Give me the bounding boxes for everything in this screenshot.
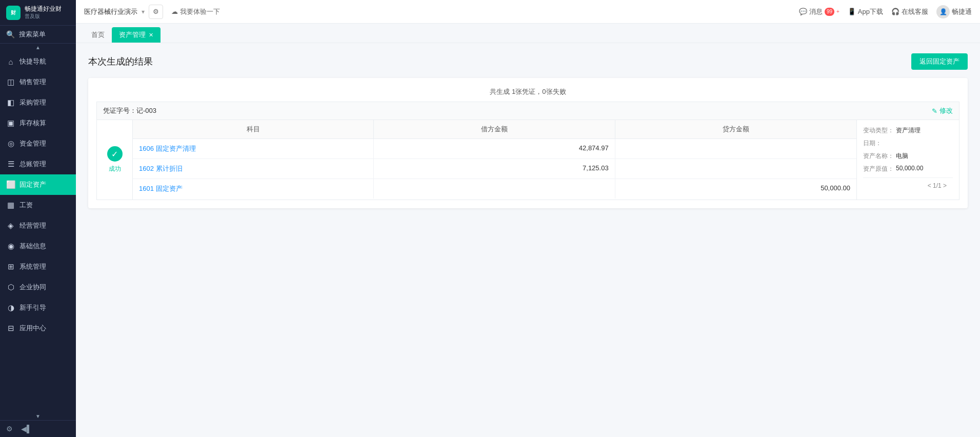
company-name: 医疗器械行业演示 — [84, 7, 137, 16]
sales-icon: ◫ — [6, 77, 15, 87]
cloud-icon: ☁ — [171, 8, 178, 15]
settings-bottom-icon[interactable]: ⚙ — [6, 425, 13, 433]
scroll-up-indicator: ▲ — [0, 44, 76, 51]
company-dropdown-icon[interactable]: ▾ — [142, 8, 145, 15]
ledger-icon: ☰ — [6, 160, 15, 169]
topbar: 医疗器械行业演示 ▾ ⚙ ☁ 我要体验一下 💬 消息 99 + 📱 App下载 — [76, 0, 980, 24]
tab-home[interactable]: 首页 — [84, 27, 112, 43]
avatar-icon: 👤 — [939, 8, 947, 15]
asset-name-value: 电脑 — [896, 152, 908, 161]
basic-info-icon: ◉ — [6, 242, 15, 251]
table-row: 1601 固定资产 50,000.00 — [133, 179, 856, 198]
main-area: 医疗器械行业演示 ▾ ⚙ ☁ 我要体验一下 💬 消息 99 + 📱 App下载 — [76, 0, 980, 437]
funds-icon: ◎ — [6, 139, 15, 148]
edit-icon: ✎ — [932, 107, 937, 115]
asset-name-label: 资产名称： — [863, 152, 894, 161]
online-service-button[interactable]: 🎧 在线客服 — [891, 7, 928, 16]
success-indicator: ✓ 成功 — [97, 120, 133, 200]
topbar-right: 💬 消息 99 + 📱 App下载 🎧 在线客服 👤 畅捷通 — [799, 5, 972, 18]
voucher-section: 凭证字号：记-003 ✎ 修改 ✓ 成功 科目 — [88, 102, 968, 208]
subject-cell-2[interactable]: 1602 累计折旧 — [133, 159, 374, 178]
sidebar-item-payroll[interactable]: ▦ 工资 — [0, 195, 76, 215]
sidebar-item-app-center[interactable]: ⊟ 应用中心 — [0, 318, 76, 339]
notifications-label: 消息 — [809, 7, 823, 16]
sidebar-item-label: 销售管理 — [19, 77, 46, 87]
table-row: 1606 固定资产清理 42,874.97 — [133, 139, 856, 159]
app-center-icon: ⊟ — [6, 324, 15, 333]
voucher-number: 凭证字号：记-003 — [103, 106, 156, 115]
logo-sub: 普及版 — [25, 13, 62, 20]
sidebar-item-inventory[interactable]: ▣ 库存核算 — [0, 113, 76, 133]
detail-date: 日期： — [863, 139, 953, 148]
badge-plus: + — [836, 9, 839, 14]
notifications-button[interactable]: 💬 消息 99 + — [799, 7, 839, 16]
user-menu[interactable]: 👤 畅捷通 — [936, 5, 972, 18]
sidebar-item-label: 系统管理 — [19, 262, 46, 271]
sidebar-item-label: 基础信息 — [19, 242, 46, 251]
subject-cell-1[interactable]: 1606 固定资产清理 — [133, 139, 374, 158]
sidebar-item-quick-nav[interactable]: ⌂ 快捷导航 — [0, 51, 76, 72]
app-download-button[interactable]: 📱 App下载 — [848, 7, 883, 16]
tab-close-icon[interactable]: ✕ — [149, 32, 153, 38]
sidebar-item-fixed-assets[interactable]: ⬜ 固定资产 — [0, 174, 76, 195]
topbar-left: 医疗器械行业演示 ▾ ⚙ ☁ 我要体验一下 — [84, 5, 799, 19]
experience-label: 我要体验一下 — [180, 7, 220, 16]
edit-button[interactable]: ✎ 修改 — [932, 106, 953, 115]
sidebar-item-sales[interactable]: ◫ 销售管理 — [0, 72, 76, 92]
sidebar-item-label: 快捷导航 — [19, 57, 46, 66]
sidebar-item-basic-info[interactable]: ◉ 基础信息 — [0, 236, 76, 256]
tab-asset-management[interactable]: 资产管理 ✕ — [112, 27, 161, 43]
sidebar-item-ledger[interactable]: ☰ 总账管理 — [0, 154, 76, 174]
guide-icon: ◑ — [6, 303, 15, 312]
app-download-label: App下载 — [858, 7, 883, 16]
search-menu[interactable]: 🔍 搜索菜单 — [0, 26, 76, 44]
username-label: 畅捷通 — [952, 7, 972, 16]
debit-cell-2: 7,125.03 — [374, 159, 615, 178]
original-value-value: 50,000.00 — [896, 165, 923, 173]
sidebar-item-label: 企业协同 — [19, 283, 46, 292]
credit-cell-2 — [615, 159, 856, 178]
search-icon: 🔍 — [6, 30, 15, 38]
return-button[interactable]: 返回固定资产 — [911, 53, 968, 70]
gear-icon: ⚙ — [153, 8, 159, 15]
collapse-icon[interactable]: ◀▌ — [21, 425, 32, 433]
debit-cell-1: 42,874.97 — [374, 139, 615, 158]
sidebar-bottom: ⚙ ◀▌ — [0, 420, 76, 437]
experience-button[interactable]: ☁ 我要体验一下 — [171, 7, 220, 16]
sidebar-item-system[interactable]: ⊞ 系统管理 — [0, 256, 76, 277]
logo-text: 畅捷通好业财 — [25, 5, 62, 13]
logo-icon: 财 — [6, 6, 21, 20]
sidebar-item-label: 工资 — [19, 201, 33, 210]
sidebar-item-enterprise[interactable]: ⬡ 企业协同 — [0, 277, 76, 297]
date-label: 日期： — [863, 139, 882, 148]
sidebar-item-purchase[interactable]: ◧ 采购管理 — [0, 92, 76, 113]
voucher-body: ✓ 成功 科目 借方金额 贷方金额 1606 固定资产清理 42,874.97 — [96, 120, 959, 200]
search-label: 搜索菜单 — [19, 30, 46, 39]
change-type-value: 资产清理 — [896, 126, 921, 135]
detail-asset-name: 资产名称： 电脑 — [863, 152, 953, 161]
logo: 财 畅捷通好业财 普及版 — [0, 0, 76, 26]
download-icon: 📱 — [848, 8, 856, 15]
sidebar-nav: ⌂ 快捷导航 ◫ 销售管理 ◧ 采购管理 ▣ 库存核算 ◎ 资金管理 ☰ 总账管… — [0, 51, 76, 412]
original-value-label: 资产原值： — [863, 165, 894, 173]
pagination[interactable]: < 1/1 > — [863, 177, 953, 193]
sidebar-item-label: 采购管理 — [19, 98, 46, 107]
notifications-badge: 99 — [825, 8, 834, 16]
sidebar-item-label: 应用中心 — [19, 324, 46, 333]
avatar: 👤 — [936, 5, 950, 18]
detail-panel: 变动类型： 资产清理 日期： 资产名称： 电脑 资产原值： — [856, 120, 959, 200]
payroll-icon: ▦ — [6, 201, 15, 210]
sidebar-item-operations[interactable]: ◈ 经营管理 — [0, 215, 76, 236]
voucher-header: 凭证字号：记-003 ✎ 修改 — [96, 102, 959, 120]
settings-button[interactable]: ⚙ — [149, 5, 163, 19]
col-credit: 贷方金额 — [615, 120, 856, 138]
sidebar-item-guide[interactable]: ◑ 新手引导 — [0, 297, 76, 318]
sidebar-item-funds[interactable]: ◎ 资金管理 — [0, 133, 76, 154]
message-icon: 💬 — [799, 8, 807, 15]
subject-cell-3[interactable]: 1601 固定资产 — [133, 179, 374, 198]
sidebar-item-label: 经营管理 — [19, 221, 46, 230]
col-subject: 科目 — [133, 120, 374, 138]
page-content: 本次生成的结果 返回固定资产 共生成 1张凭证，0张失败 凭证字号：记-003 … — [76, 43, 980, 437]
sidebar-item-label: 库存核算 — [19, 118, 46, 128]
voucher-table: 科目 借方金额 贷方金额 1606 固定资产清理 42,874.97 1602 … — [133, 120, 856, 200]
